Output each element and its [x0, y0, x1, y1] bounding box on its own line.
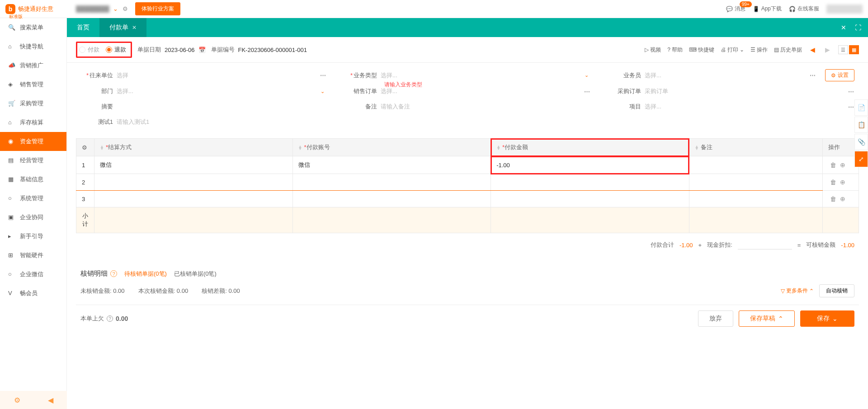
add-icon[interactable]: ⊕ [840, 161, 845, 169]
delete-icon[interactable]: 🗑 [830, 161, 836, 169]
unit-input[interactable] [117, 70, 320, 81]
side-attach-icon[interactable]: 📎 [854, 134, 868, 150]
add-icon[interactable]: ⊕ [840, 179, 845, 186]
salesorder-lookup-icon[interactable]: ⋯ [584, 88, 590, 95]
biztype-input[interactable] [381, 70, 583, 81]
project-input[interactable] [645, 101, 848, 112]
save-button[interactable]: 保存⌄ [800, 310, 854, 327]
chevron-down-icon[interactable]: ⌄ [319, 89, 326, 94]
sidebar-item-12[interactable]: ⊞智能硬件 [0, 246, 66, 265]
sidebar-item-6[interactable]: ◉资金管理 [0, 132, 66, 151]
project-lookup-icon[interactable]: ⋯ [848, 103, 854, 110]
tab-bar: 首页 付款单 ✕ ✕ ⛶ [67, 18, 868, 37]
calendar-icon[interactable]: 📅 [198, 47, 206, 53]
operate-link[interactable]: ☰操作 [750, 46, 768, 54]
sidebar-item-7[interactable]: ▤经营管理 [0, 151, 66, 170]
cancel-button[interactable]: 放弃 [698, 310, 733, 327]
nav-icon: ⊞ [8, 252, 15, 259]
tab-pending[interactable]: 待核销单据(0笔) [124, 270, 167, 278]
save-draft-button[interactable]: 保存草稿⌃ [739, 310, 795, 327]
headset-icon: 🎧 [789, 6, 796, 12]
tab-home[interactable]: 首页 [67, 18, 99, 37]
sidebar-item-0[interactable]: 🔍搜索菜单 [0, 18, 66, 37]
delete-icon[interactable]: 🗑 [830, 179, 836, 186]
sidebar-item-13[interactable]: ○企业微信 [0, 265, 66, 284]
sidebar-item-9[interactable]: ○系统管理 [0, 189, 66, 208]
settings-icon[interactable]: ⚙ [14, 396, 20, 404]
messages-link[interactable]: 💬 消息 99+ [726, 5, 745, 13]
tab-payment[interactable]: 付款单 ✕ [99, 18, 146, 37]
sidebar-item-2[interactable]: 📣营销推广 [0, 56, 66, 75]
radio-refund[interactable]: 退款 [106, 46, 126, 54]
app-download-link[interactable]: 📱 App下载 [753, 5, 782, 13]
collapse-icon[interactable]: ◀ [48, 396, 53, 404]
table-row[interactable]: 2 🗑⊕ [76, 174, 859, 191]
nav-icon: 🛒 [8, 100, 15, 107]
gear-icon[interactable]: ⚙ [123, 5, 128, 12]
sidebar-item-4[interactable]: 🛒采购管理 [0, 94, 66, 113]
shortcut-link[interactable]: ⌨快捷键 [689, 46, 714, 54]
chevron-up-icon: ⌃ [778, 315, 783, 322]
history-icon: ▤ [774, 47, 779, 53]
settings-button[interactable]: ⚙ 设置 [825, 69, 854, 81]
unit-lookup-icon[interactable]: ⋯ [320, 72, 326, 79]
delete-icon[interactable]: 🗑 [830, 195, 836, 202]
print-link[interactable]: 🖨打印⌄ [721, 46, 744, 54]
sidebar-item-5[interactable]: ⌂库存核算 [0, 113, 66, 132]
purchaseorder-input[interactable] [645, 86, 848, 97]
remark-input[interactable] [381, 101, 590, 112]
nav-icon: ▦ [8, 176, 15, 183]
prev-arrow-icon[interactable]: ◀ [808, 46, 817, 53]
close-icon[interactable]: ✕ [132, 24, 137, 31]
date-value[interactable]: 2023-06-06 [165, 47, 195, 53]
fullscreen-icon[interactable]: ⛶ [853, 24, 863, 31]
tab-close-all-icon[interactable]: ✕ [838, 24, 849, 31]
owe-value: 0.00 [116, 315, 128, 322]
chevron-down-icon[interactable]: ⌄ [113, 5, 118, 12]
sidebar-item-14[interactable]: V畅会员 [0, 284, 66, 303]
discount-input[interactable] [738, 240, 792, 249]
history-link[interactable]: ▤历史单据 [774, 46, 802, 54]
video-link[interactable]: ▷视频 [645, 46, 661, 54]
nav-icon: ○ [8, 271, 15, 278]
summary-input[interactable] [117, 101, 326, 112]
gear-icon[interactable]: ⚙ [82, 144, 87, 151]
tab-done[interactable]: 已核销单据(0笔) [174, 270, 217, 278]
pay-refund-radio-group: 付款 退款 [76, 42, 132, 58]
user-menu[interactable] [826, 5, 863, 14]
keyboard-icon: ⌨ [689, 47, 697, 53]
chevron-down-icon[interactable]: ⌄ [583, 72, 590, 78]
sidebar-item-1[interactable]: ⌂快捷导航 [0, 37, 66, 56]
radio-pay[interactable]: 付款 [79, 46, 99, 54]
sidebar-item-10[interactable]: ▣企业协同 [0, 208, 66, 227]
staff-lookup-icon[interactable]: ⋯ [810, 72, 816, 79]
company-selector[interactable]: ████████ [76, 5, 109, 12]
nav-icon: 🔍 [8, 24, 15, 31]
support-link[interactable]: 🎧 在线客服 [789, 5, 819, 13]
table-row[interactable]: 1 微信 微信 -1.00 🗑⊕ [76, 156, 859, 174]
more-conditions-link[interactable]: ▽更多条件⌃ [781, 287, 814, 295]
view-list-icon[interactable]: ☰ [838, 45, 848, 54]
add-icon[interactable]: ⊕ [840, 195, 845, 202]
side-note-icon[interactable]: 📄 [854, 99, 868, 116]
auto-verify-button[interactable]: 自动核销 [819, 284, 854, 297]
next-arrow-icon[interactable]: ▶ [823, 46, 832, 53]
table-row[interactable]: 3 🗑⊕ [76, 191, 859, 207]
staff-input[interactable] [645, 70, 810, 81]
dept-input[interactable] [117, 86, 319, 97]
view-form-icon[interactable]: ▦ [849, 45, 859, 54]
help-icon[interactable]: ? [107, 315, 113, 322]
sidebar-item-3[interactable]: ◈销售管理 [0, 75, 66, 94]
help-icon[interactable]: ? [110, 270, 117, 277]
trial-button[interactable]: 体验行业方案 [135, 2, 180, 15]
date-label: 单据日期 [137, 46, 161, 54]
help-link[interactable]: ?帮助 [667, 46, 683, 54]
sidebar-item-11[interactable]: ▸新手引导 [0, 227, 66, 246]
sidebar-item-8[interactable]: ▦基础信息 [0, 170, 66, 189]
nav-icon: ⌂ [8, 119, 15, 126]
purchaseorder-lookup-icon[interactable]: ⋯ [848, 88, 854, 95]
subtotal-row: 小计 [76, 207, 859, 233]
test1-input[interactable] [117, 117, 326, 127]
side-draft-icon[interactable]: 📋 [854, 117, 868, 133]
side-expand-icon[interactable]: ⤢ [854, 151, 868, 167]
